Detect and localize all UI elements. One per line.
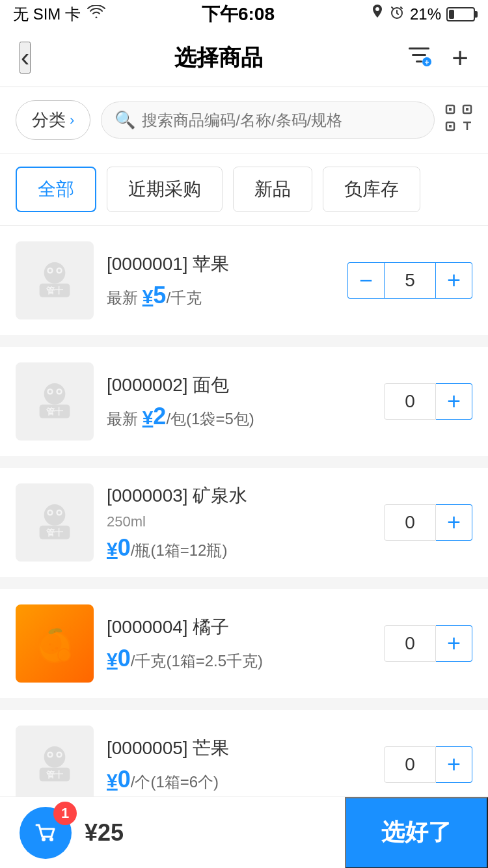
cart-badge: 1	[53, 802, 77, 825]
svg-point-45	[59, 649, 70, 661]
filter-icon[interactable]: +	[406, 44, 432, 72]
price-unit-5: /个(1箱=6个)	[131, 773, 219, 791]
price-symbol-4: ¥	[107, 649, 118, 670]
confirm-button[interactable]: 选好了	[345, 797, 488, 869]
product-item: 管十 [0000001] 苹果 最新 ¥5/千克 − +	[0, 226, 488, 335]
svg-rect-1	[409, 47, 429, 49]
qty-plus-button-4[interactable]: +	[436, 625, 472, 662]
svg-point-32	[58, 511, 61, 515]
price-label-2: 最新	[107, 410, 138, 427]
product-item: 管十 [0000003] 矿泉水 250ml ¥0/瓶(1箱=12瓶) 0 +	[0, 468, 488, 577]
category-chevron-icon: ›	[70, 112, 74, 129]
product-name-1: [0000001] 苹果	[107, 252, 334, 277]
qty-minus-button-1[interactable]: −	[347, 262, 384, 299]
qty-plus-button-2[interactable]: +	[436, 383, 472, 420]
cart-section: 1 ¥25	[0, 807, 345, 859]
product-price-4: ¥0/千克(1箱=2.5千克)	[107, 645, 371, 672]
cart-total: ¥25	[85, 819, 124, 847]
price-unit-3: /瓶(1箱=12瓶)	[131, 541, 228, 559]
price-label-1: 最新	[107, 289, 138, 306]
category-button[interactable]: 分类 ›	[16, 100, 90, 140]
cart-icon-wrap[interactable]: 1	[20, 807, 72, 859]
product-info-3: [0000003] 矿泉水 250ml ¥0/瓶(1箱=12瓶)	[107, 483, 371, 562]
battery-icon	[446, 7, 475, 21]
svg-text:管十: 管十	[46, 770, 64, 780]
svg-text:管十: 管十	[46, 286, 64, 295]
svg-point-41	[49, 643, 51, 645]
nav-bar: ‹ 选择商品 + +	[0, 29, 488, 87]
product-thumb-3: 管十	[16, 483, 94, 562]
svg-rect-10	[466, 108, 468, 111]
qty-display-2: 0	[384, 383, 436, 420]
svg-rect-9	[449, 108, 452, 111]
svg-point-31	[49, 511, 52, 515]
product-info-1: [0000001] 苹果 最新 ¥5/千克	[107, 252, 334, 309]
add-icon[interactable]: +	[452, 42, 468, 74]
product-name-5: [0000005] 芒果	[107, 736, 371, 761]
tab-all[interactable]: 全部	[16, 167, 96, 212]
product-list: 管十 [0000001] 苹果 最新 ¥5/千克 − +	[0, 226, 488, 868]
product-item: [0000004] 橘子 ¥0/千克(1箱=2.5千克) 0 +	[0, 589, 488, 698]
price-num-1: 5	[153, 282, 166, 308]
search-input[interactable]	[142, 111, 421, 129]
qty-control-1: − +	[347, 262, 472, 299]
price-symbol-1: ¥	[142, 286, 154, 307]
product-thumb-2: 管十	[16, 362, 94, 441]
qty-control-2: 0 +	[384, 383, 472, 420]
qty-control-4: 0 +	[384, 625, 472, 662]
qty-display-3: 0	[384, 504, 436, 541]
price-unit-4: /千克(1箱=2.5千克)	[131, 652, 263, 670]
product-thumb-4	[16, 604, 94, 683]
qty-control-5: 0 +	[384, 746, 472, 783]
price-num-5: 0	[118, 766, 131, 793]
product-item: 管十 [0000002] 面包 最新 ¥2/包(1袋=5包) 0 +	[0, 347, 488, 456]
svg-point-17	[49, 269, 52, 273]
price-unit-1: /千克	[166, 289, 202, 306]
tab-recent[interactable]: 近期采购	[107, 167, 223, 212]
status-left: 无 SIM 卡	[13, 4, 105, 25]
product-info-4: [0000004] 橘子 ¥0/千克(1箱=2.5千克)	[107, 615, 371, 672]
qty-plus-button-5[interactable]: +	[436, 746, 472, 783]
wifi-icon	[87, 5, 105, 23]
qty-display-4: 0	[384, 625, 436, 662]
back-button[interactable]: ‹	[20, 42, 31, 74]
svg-point-24	[49, 390, 52, 394]
product-spec-3: 250ml	[107, 513, 371, 530]
qty-plus-button-3[interactable]: +	[436, 504, 472, 541]
product-info-2: [0000002] 面包 最新 ¥2/包(1袋=5包)	[107, 373, 371, 430]
bottom-bar: 1 ¥25 选好了	[0, 796, 488, 868]
price-symbol-2: ¥	[142, 407, 154, 428]
filter-bar: 分类 › 🔍	[0, 87, 488, 154]
tab-negative[interactable]: 负库存	[323, 167, 420, 212]
qty-input-1[interactable]	[384, 262, 436, 299]
price-symbol-3: ¥	[107, 538, 118, 560]
category-label: 分类	[32, 109, 66, 131]
product-name-2: [0000002] 面包	[107, 373, 371, 398]
product-info-5: [0000005] 芒果 ¥0/个(1箱=6个)	[107, 736, 371, 793]
status-right: 21%	[371, 5, 475, 24]
svg-point-50	[58, 753, 61, 757]
price-unit-2: /包(1袋=5包)	[166, 410, 254, 427]
qty-control-3: 0 +	[384, 504, 472, 541]
tab-new[interactable]: 新品	[233, 167, 312, 212]
location-icon	[371, 5, 384, 24]
svg-point-61	[42, 837, 46, 841]
svg-point-43	[52, 649, 54, 651]
product-thumb-1: 管十	[16, 241, 94, 319]
product-price-1: 最新 ¥5/千克	[107, 282, 334, 309]
search-box: 🔍	[101, 102, 435, 139]
nav-right-icons: + +	[406, 42, 468, 74]
qty-plus-button-1[interactable]: +	[436, 262, 472, 299]
search-icon: 🔍	[115, 110, 135, 130]
scan-icon[interactable]	[445, 104, 472, 137]
price-num-3: 0	[118, 534, 131, 561]
svg-text:管十: 管十	[46, 528, 64, 537]
product-name-3: [0000003] 矿泉水	[107, 483, 371, 508]
svg-point-49	[49, 753, 52, 757]
product-price-2: 最新 ¥2/包(1袋=5包)	[107, 403, 371, 430]
price-num-2: 2	[153, 403, 166, 429]
status-time: 下午6:08	[202, 2, 275, 27]
price-symbol-5: ¥	[107, 770, 118, 791]
product-price-5: ¥0/个(1箱=6个)	[107, 766, 371, 793]
svg-point-62	[49, 837, 53, 841]
